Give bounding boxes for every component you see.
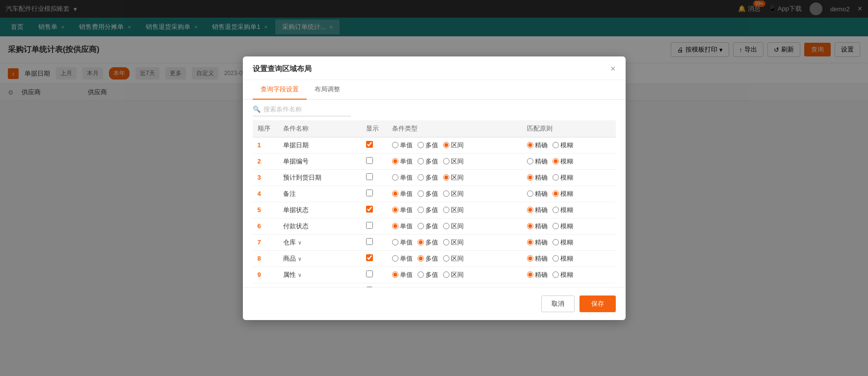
dialog-search-area: 🔍 bbox=[243, 100, 626, 102]
dialog-title: 设置查询区域布局 bbox=[253, 64, 312, 74]
dialog-tabs: 查询字段设置 布局调整 bbox=[243, 80, 626, 100]
dialog-tab-query-fields[interactable]: 查询字段设置 bbox=[253, 80, 307, 100]
dialog-tab-layout[interactable]: 布局调整 bbox=[307, 80, 348, 100]
modal-overlay[interactable]: 设置查询区域布局 × 查询字段设置 布局调整 🔍 bbox=[0, 0, 868, 101]
dialog-tab-query-label: 查询字段设置 bbox=[261, 85, 299, 93]
settings-dialog: 设置查询区域布局 × 查询字段设置 布局调整 🔍 bbox=[243, 56, 626, 102]
dialog-close-btn[interactable]: × bbox=[610, 64, 616, 73]
dialog-header: 设置查询区域布局 × bbox=[243, 56, 626, 80]
dialog-tab-layout-label: 布局调整 bbox=[315, 85, 340, 93]
